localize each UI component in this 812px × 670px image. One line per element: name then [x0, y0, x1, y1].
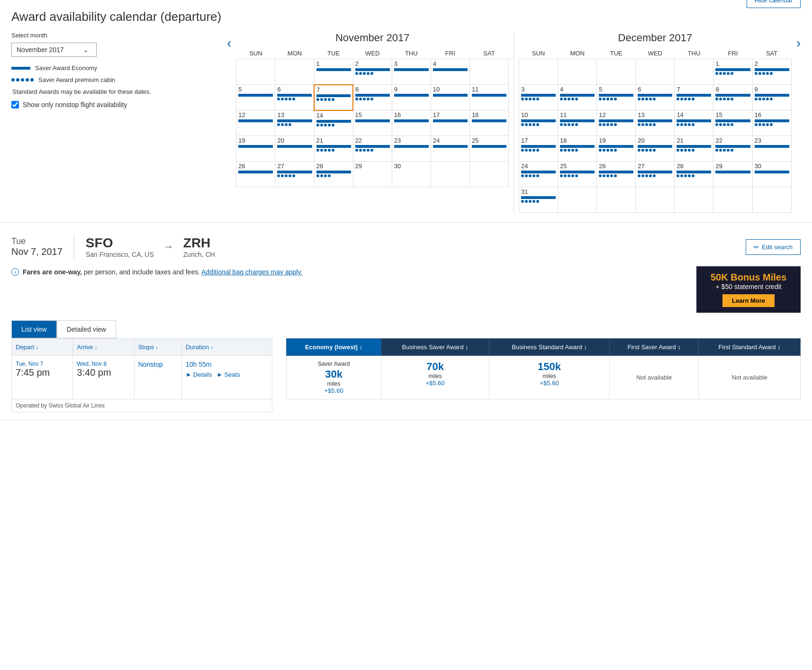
table-row[interactable]: 15: [713, 110, 752, 136]
additional-bag-charges-link[interactable]: Additional bag charges may apply.: [201, 268, 302, 276]
table-row[interactable]: 22: [353, 136, 392, 162]
biz-saver-column-header: Business Saver Award ↕: [381, 339, 489, 356]
table-row[interactable]: 13: [275, 110, 314, 136]
table-row[interactable]: [558, 187, 597, 213]
table-row[interactable]: 2: [353, 59, 392, 85]
table-row[interactable]: [713, 187, 752, 213]
prev-month-button[interactable]: ‹: [227, 36, 231, 51]
table-row[interactable]: 25: [469, 136, 508, 162]
table-row[interactable]: [636, 59, 675, 85]
table-row[interactable]: 18: [558, 136, 597, 162]
table-row[interactable]: 17: [431, 110, 469, 136]
table-row[interactable]: 20: [636, 136, 675, 162]
table-row[interactable]: 7: [675, 85, 713, 110]
detailed-view-tab[interactable]: Detailed view: [57, 320, 116, 338]
month-dropdown[interactable]: November 2017 ⌄: [11, 43, 97, 57]
table-row[interactable]: [469, 59, 508, 85]
first-saver-sort-icon[interactable]: ↕: [677, 344, 681, 351]
biz-standard-sort-icon[interactable]: ↕: [584, 344, 587, 351]
depart-column-header[interactable]: Depart ↕: [12, 339, 73, 356]
table-row[interactable]: [675, 187, 713, 213]
table-row[interactable]: 9: [752, 85, 791, 110]
table-row[interactable]: 14: [314, 110, 353, 136]
next-month-button[interactable]: ›: [796, 36, 801, 51]
table-row[interactable]: 24: [519, 162, 558, 187]
table-row[interactable]: 1: [713, 59, 752, 85]
table-row[interactable]: [597, 187, 636, 213]
learn-more-button[interactable]: Learn More: [722, 294, 775, 307]
table-row[interactable]: 4: [431, 59, 469, 85]
table-row[interactable]: 6: [275, 85, 314, 110]
first-standard-sort-icon[interactable]: ↕: [777, 344, 781, 351]
table-row[interactable]: 28: [314, 162, 353, 187]
duration-column-header[interactable]: Duration ↕: [181, 339, 272, 356]
table-row[interactable]: 27: [636, 162, 675, 187]
table-row[interactable]: 16: [392, 110, 431, 136]
list-view-tab[interactable]: List view: [11, 320, 57, 338]
table-row[interactable]: 25: [558, 162, 597, 187]
table-row[interactable]: 17: [519, 136, 558, 162]
table-row[interactable]: 16: [752, 110, 791, 136]
table-row[interactable]: [752, 187, 791, 213]
table-row[interactable]: 24: [431, 136, 469, 162]
stops-column-header[interactable]: Stops ↕: [134, 339, 181, 356]
table-row[interactable]: 23: [752, 136, 791, 162]
table-row[interactable]: 26: [236, 162, 275, 187]
table-row[interactable]: 5: [597, 85, 636, 110]
table-row[interactable]: 8: [353, 85, 392, 110]
table-row[interactable]: 10: [519, 110, 558, 136]
table-row[interactable]: 19: [236, 136, 275, 162]
table-row[interactable]: 10: [431, 85, 469, 110]
table-row[interactable]: 6: [636, 85, 675, 110]
table-row[interactable]: 3: [519, 85, 558, 110]
table-row[interactable]: [469, 162, 508, 187]
nonstop-checkbox-container[interactable]: Show only nonstop flight availability: [11, 101, 198, 109]
table-row[interactable]: 11: [558, 110, 597, 136]
seats-link[interactable]: ► Seats: [217, 371, 240, 378]
table-row[interactable]: 30: [392, 162, 431, 187]
biz-saver-sort-icon[interactable]: ↕: [465, 344, 469, 351]
table-row[interactable]: 1: [314, 59, 353, 85]
table-row[interactable]: 29: [353, 162, 392, 187]
table-row[interactable]: 2: [752, 59, 791, 85]
table-row[interactable]: 21: [314, 136, 353, 162]
edit-search-button[interactable]: ✏ Edit search: [746, 239, 801, 255]
table-row[interactable]: 22: [713, 136, 752, 162]
table-row[interactable]: 11: [469, 85, 508, 110]
table-row[interactable]: [597, 59, 636, 85]
nonstop-checkbox[interactable]: [11, 101, 19, 109]
table-row[interactable]: 12: [597, 110, 636, 136]
table-row[interactable]: [431, 162, 469, 187]
table-row[interactable]: [636, 187, 675, 213]
table-row[interactable]: 27: [275, 162, 314, 187]
table-row[interactable]: [519, 59, 558, 85]
table-row[interactable]: 20: [275, 136, 314, 162]
table-row[interactable]: 9: [392, 85, 431, 110]
table-row[interactable]: 3: [392, 59, 431, 85]
table-row[interactable]: 19: [597, 136, 636, 162]
table-row[interactable]: 14: [675, 110, 713, 136]
hide-calendar-button[interactable]: Hide calendar: [747, 0, 801, 8]
table-row[interactable]: [675, 59, 713, 85]
table-row[interactable]: 21: [675, 136, 713, 162]
table-row[interactable]: [558, 59, 597, 85]
table-row[interactable]: 18: [469, 110, 508, 136]
table-row[interactable]: 31: [519, 187, 558, 213]
table-row[interactable]: [275, 59, 314, 85]
table-row[interactable]: 28: [675, 162, 713, 187]
table-row[interactable]: 12: [236, 110, 275, 136]
table-row[interactable]: [236, 59, 275, 85]
table-row[interactable]: 15: [353, 110, 392, 136]
details-link[interactable]: ► Details: [186, 371, 212, 378]
table-row[interactable]: 26: [597, 162, 636, 187]
table-row[interactable]: 7: [314, 85, 353, 110]
table-row[interactable]: 5: [236, 85, 275, 110]
table-row[interactable]: 8: [713, 85, 752, 110]
table-row[interactable]: 23: [392, 136, 431, 162]
economy-sort-icon[interactable]: ↕: [360, 344, 363, 351]
table-row[interactable]: 30: [752, 162, 791, 187]
arrive-column-header[interactable]: Arrive ↕: [73, 339, 134, 356]
table-row[interactable]: 29: [713, 162, 752, 187]
table-row[interactable]: 13: [636, 110, 675, 136]
table-row[interactable]: 4: [558, 85, 597, 110]
